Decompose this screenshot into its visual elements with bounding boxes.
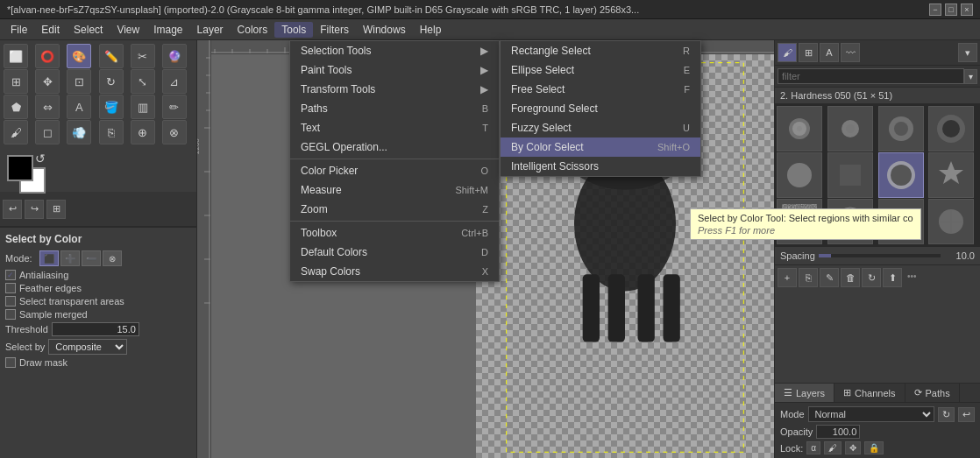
foreground-color[interactable] [7,155,33,181]
menu-toolbox[interactable]: Toolbox Ctrl+B [290,223,499,243]
refresh-brush-button[interactable]: ↻ [862,268,881,287]
brush-cell-6[interactable] [827,152,873,198]
delete-brush-button[interactable]: 🗑 [841,268,860,287]
new-brush-button[interactable]: + [778,268,797,287]
tool-free-select[interactable]: ✏️ [99,44,124,68]
menu-colors[interactable]: Colors [231,22,275,38]
menu-paint-tools[interactable]: Paint Tools ▶ [290,60,499,80]
duplicate-brush-button[interactable]: ⎘ [799,268,818,287]
brush-cell-8[interactable] [928,152,974,198]
patterns-icon[interactable]: ⊞ [799,43,818,62]
submenu-fuzzy-select[interactable]: Fuzzy Select U [501,118,700,137]
nav-undo[interactable]: ↩ [3,200,22,219]
draw-mask-checkbox[interactable] [5,357,16,368]
maximize-button[interactable]: □ [945,4,957,16]
select-by-dropdown[interactable]: Composite Red Green Blue [48,339,127,355]
tool-text[interactable]: A [67,95,91,119]
lock-move-button[interactable]: ✥ [845,441,861,454]
antialiasing-checkbox[interactable] [5,270,16,280]
menu-edit[interactable]: Edit [34,22,67,38]
submenu-free-select[interactable]: Free Select F [501,80,700,99]
menu-windows[interactable]: Windows [356,22,413,38]
submenu-ellipse-select[interactable]: Ellipse Select E [501,60,700,80]
menu-gegl[interactable]: GEGL Operation... [290,137,499,157]
edit-brush-button[interactable]: ✎ [820,268,839,287]
tool-heal[interactable]: ⊕ [131,120,155,144]
menu-tools[interactable]: Tools [274,22,313,38]
tool-ellipse-select[interactable]: ⭕ [35,44,60,68]
tool-clone[interactable]: ⎘ [99,120,124,144]
dynamics-icon[interactable]: 〰 [841,43,860,62]
minimize-button[interactable]: − [929,4,941,16]
tool-rect-select[interactable]: ⬜ [4,44,28,68]
tool-paintbrush[interactable]: 🖌 [4,120,28,144]
opacity-input[interactable] [816,425,860,439]
menu-paths[interactable]: Paths B [290,99,499,118]
tool-gradient[interactable]: ▥ [131,95,155,119]
lock-paint-button[interactable]: 🖌 [824,441,842,454]
nav-dock[interactable]: ⊞ [46,200,66,219]
tool-airbrush[interactable]: 💨 [67,120,91,144]
mode-add[interactable]: ➕ [60,250,80,266]
tool-bucket[interactable]: 🪣 [99,95,124,119]
submenu-rect-select[interactable]: Rectangle Select R [501,41,700,60]
tool-color-select[interactable]: 🎨 [67,44,91,68]
tool-perspective-clone[interactable]: ⊗ [162,120,187,144]
menu-text[interactable]: Text T [290,118,499,137]
menu-measure[interactable]: Measure Shift+M [290,180,499,200]
submenu-fg-select[interactable]: Foreground Select [501,99,700,118]
menu-swap-colors[interactable]: Swap Colors X [290,262,499,281]
threshold-input[interactable] [52,322,139,336]
spacing-slider[interactable] [819,254,941,257]
menu-selection-tools[interactable]: Selection Tools ▶ [290,41,499,60]
tool-pencil[interactable]: ✏ [162,95,187,119]
tab-paths[interactable]: ⟳ Paths [905,384,960,402]
menu-color-picker[interactable]: Color Picker O [290,161,499,180]
tool-eraser[interactable]: ◻ [35,120,60,144]
tool-shear[interactable]: ⊿ [162,69,187,94]
tool-flip[interactable]: ⇔ [35,95,60,119]
brush-cell-12[interactable] [928,199,974,244]
feather-edges-checkbox[interactable] [5,283,16,293]
fonts-icon[interactable]: A [820,43,839,62]
mode-replace[interactable]: ⬛ [39,250,59,266]
tool-scissors[interactable]: ✂ [131,44,155,68]
lock-alpha-button[interactable]: α [806,441,820,454]
menu-layer[interactable]: Layer [190,22,231,38]
menu-image[interactable]: Image [146,22,189,38]
tool-crop[interactable]: ⊡ [67,69,91,94]
close-button[interactable]: × [961,4,973,16]
mode-dropdown[interactable]: Normal Multiply Screen [808,406,934,422]
mode-reset-button[interactable]: ↩ [958,407,975,422]
brush-cell-4[interactable] [928,106,974,151]
mode-subtract[interactable]: ➖ [82,250,101,266]
tool-fg-select[interactable]: 🔮 [162,44,187,68]
tool-scale[interactable]: ⤡ [131,69,155,94]
tool-rotate[interactable]: ↻ [99,69,124,94]
mode-intersect[interactable]: ⊗ [103,250,122,266]
menu-help[interactable]: Help [413,22,449,38]
menu-zoom[interactable]: Zoom Z [290,200,499,219]
brush-cell-2[interactable] [827,106,873,151]
sample-merged-checkbox[interactable] [5,309,16,320]
menu-filters[interactable]: Filters [313,22,356,38]
menu-transform-tools[interactable]: Transform Tools ▶ [290,80,499,99]
tool-move[interactable]: ✥ [35,69,60,94]
export-brush-button[interactable]: ⬆ [883,268,902,287]
tool-align[interactable]: ⊞ [4,69,28,94]
brush-cell-7[interactable] [878,152,924,198]
brushes-icon[interactable]: 🖌 [778,43,797,62]
brush-cell-5[interactable] [777,152,822,198]
tab-layers[interactable]: ☰ Layers [775,384,834,402]
brush-cell-1[interactable] [777,106,822,151]
submenu-intelligent-scissors[interactable]: Intelligent Scissors [501,157,700,176]
tool-perspective[interactable]: ⬟ [4,95,28,119]
submenu-by-color-select[interactable]: By Color Select Shift+O [501,137,700,157]
select-transparent-checkbox[interactable] [5,296,16,307]
filter-input[interactable] [778,68,964,84]
mode-cycle-button[interactable]: ↻ [938,407,955,422]
reset-colors[interactable]: ↺ [35,151,46,166]
menu-default-colors[interactable]: Default Colors D [290,243,499,262]
panel-menu-icon[interactable]: ▾ [958,43,977,62]
menu-view[interactable]: View [110,22,146,38]
